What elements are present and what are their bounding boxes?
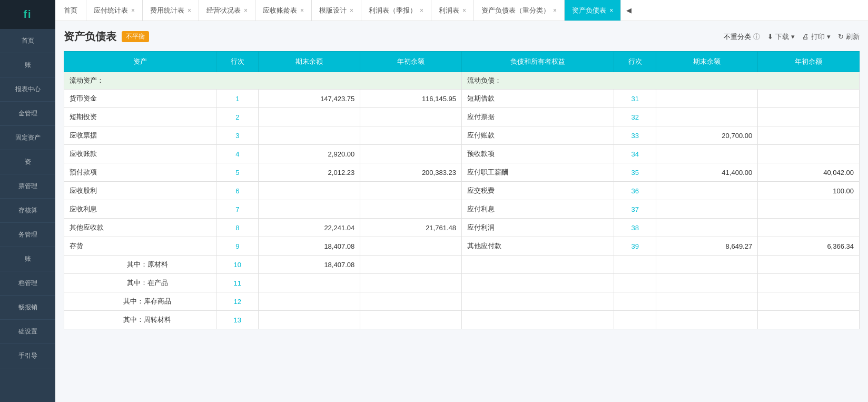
sidebar-item-ledger[interactable]: 账 (0, 247, 55, 271)
header-period-end2: 期末余额 (656, 52, 758, 72)
row-number2[interactable]: 33 (614, 126, 656, 145)
row-number[interactable]: 6 (216, 182, 259, 200)
sidebar-item-settings[interactable]: 础设置 (0, 320, 55, 344)
year-start-value2: 40,042.00 (758, 163, 860, 182)
row-number[interactable]: 2 (216, 108, 259, 126)
year-start-value2 (758, 200, 860, 219)
tab-close-income-quarterly[interactable]: × (420, 7, 423, 14)
sidebar-item-capital[interactable]: 资 (0, 150, 55, 174)
period-end-value2 (656, 256, 758, 274)
year-start-value (360, 256, 462, 274)
row-number2[interactable]: 34 (614, 145, 656, 163)
year-start-value (360, 200, 462, 219)
row-number2[interactable]: 38 (614, 219, 656, 237)
sidebar-item-business[interactable]: 务管理 (0, 223, 55, 247)
period-end-value2 (656, 219, 758, 237)
year-start-value (360, 237, 462, 256)
row-number[interactable]: 11 (216, 274, 259, 292)
row-number[interactable]: 13 (216, 311, 259, 329)
table-row: 存货 9 18,407.08 其他应付款 39 8,649.27 6,366.3… (64, 237, 860, 256)
print-button[interactable]: 🖨 打印 ▾ (802, 32, 831, 42)
tab-home[interactable]: 首页 (55, 0, 86, 21)
tab-operations[interactable]: 经营状况表 × (199, 0, 255, 21)
period-end-value (259, 108, 360, 126)
sidebar-item-fund[interactable]: 金管理 (0, 102, 55, 126)
row-number2 (614, 274, 656, 292)
download-label: 下载 (775, 32, 789, 42)
row-number[interactable]: 7 (216, 200, 259, 219)
row-number2[interactable]: 31 (614, 90, 656, 108)
tab-close-expense-stats[interactable]: × (188, 7, 191, 14)
tab-scroll-arrow[interactable]: ◀ (621, 0, 637, 21)
row-number2[interactable]: 36 (614, 182, 656, 200)
row-number2[interactable]: 32 (614, 108, 656, 126)
no-reclassify-option[interactable]: 不重分类 ⓘ (724, 32, 760, 42)
liability-name: 预收款项 (461, 145, 614, 163)
tab-template-design[interactable]: 模版设计 × (312, 0, 361, 21)
tab-close-income[interactable]: × (462, 7, 466, 14)
liability-name: 应付职工薪酬 (461, 163, 614, 182)
tab-expense-stats[interactable]: 费用统计表 × (143, 0, 199, 21)
year-start-value2 (758, 311, 860, 329)
header-actions: 不重分类 ⓘ ⬇ 下载 ▾ 🖨 打印 ▾ ↻ 刷新 (724, 32, 860, 42)
tab-balance[interactable]: 资产负债表 × (565, 0, 621, 21)
liability-name: 应付票据 (461, 108, 614, 126)
row-number2[interactable]: 39 (614, 237, 656, 256)
tab-receivable-aging[interactable]: 应收账龄表 × (255, 0, 312, 21)
tab-income[interactable]: 利润表 × (431, 0, 474, 21)
sidebar-item-ticket[interactable]: 票管理 (0, 174, 55, 199)
row-number[interactable]: 12 (216, 292, 259, 311)
period-end-value (259, 182, 360, 200)
period-end-value: 2,920.00 (259, 145, 360, 163)
print-label: 打印 (811, 32, 825, 42)
row-number[interactable]: 4 (216, 145, 259, 163)
tab-close-template-design[interactable]: × (350, 7, 353, 14)
liability-name (461, 311, 614, 329)
table-row: 应收票据 3 应付账款 33 20,700.00 (64, 126, 860, 145)
download-button[interactable]: ⬇ 下载 ▾ (767, 32, 795, 42)
row-number2[interactable]: 37 (614, 200, 656, 219)
liability-name (461, 274, 614, 292)
period-end-value2 (656, 311, 758, 329)
tab-close-balance-reclassified[interactable]: × (553, 7, 557, 14)
liability-name: 应付利息 (461, 200, 614, 219)
sidebar-item-account[interactable]: 账 (0, 53, 55, 77)
header-year-start2: 年初余额 (758, 52, 860, 72)
balance-table: 资产 行次 期末余额 年初余额 负债和所有者权益 行次 期末余额 年初余额 流动… (64, 51, 860, 329)
unbalanced-badge: 不平衡 (122, 31, 149, 42)
year-start-value2: 100.00 (758, 182, 860, 200)
row-number[interactable]: 5 (216, 163, 259, 182)
tab-payable-stats[interactable]: 应付统计表 × (86, 0, 143, 21)
sidebar-item-archive[interactable]: 档管理 (0, 271, 55, 296)
tab-close-balance[interactable]: × (609, 7, 613, 14)
sidebar-item-report[interactable]: 报表中心 (0, 77, 55, 102)
sidebar-item-home[interactable]: 首页 (0, 29, 55, 53)
row-number[interactable]: 10 (216, 256, 259, 274)
row-number[interactable]: 8 (216, 219, 259, 237)
row-number[interactable]: 9 (216, 237, 259, 256)
tab-income-quarterly[interactable]: 利润表（季报） × (361, 0, 431, 21)
refresh-icon: ↻ (838, 33, 844, 41)
sidebar-item-expense[interactable]: 畅报销 (0, 296, 55, 320)
row-number[interactable]: 1 (216, 90, 259, 108)
tab-close-operations[interactable]: × (244, 7, 248, 14)
liability-name: 其他应付款 (461, 237, 614, 256)
download-chevron-icon: ▾ (791, 33, 795, 41)
refresh-button[interactable]: ↻ 刷新 (838, 32, 860, 42)
sidebar: fi 首页 账 报表中心 金管理 固定资产 资 票管理 存核算 务管理 账 档管… (0, 0, 55, 402)
tab-close-receivable-aging[interactable]: × (300, 7, 304, 14)
row-number2[interactable]: 35 (614, 163, 656, 182)
sidebar-item-guide[interactable]: 手引导 (0, 344, 55, 368)
asset-name: 短期投资 (64, 108, 216, 126)
row-number[interactable]: 3 (216, 126, 259, 145)
tab-bar: 首页 应付统计表 × 费用统计表 × 经营状况表 × 应收账龄表 × 模版设计 … (55, 0, 868, 21)
sidebar-item-fixedasset[interactable]: 固定资产 (0, 126, 55, 150)
print-icon: 🖨 (802, 33, 809, 41)
sidebar-item-inventory[interactable]: 存核算 (0, 199, 55, 223)
tab-balance-reclassified[interactable]: 资产负债表（重分类） × (474, 0, 565, 21)
year-start-value (360, 274, 462, 292)
refresh-label: 刷新 (846, 32, 860, 42)
table-row: 短期投资 2 应付票据 32 (64, 108, 860, 126)
tab-close-payable-stats[interactable]: × (131, 7, 135, 14)
year-start-value: 21,761.48 (360, 219, 462, 237)
